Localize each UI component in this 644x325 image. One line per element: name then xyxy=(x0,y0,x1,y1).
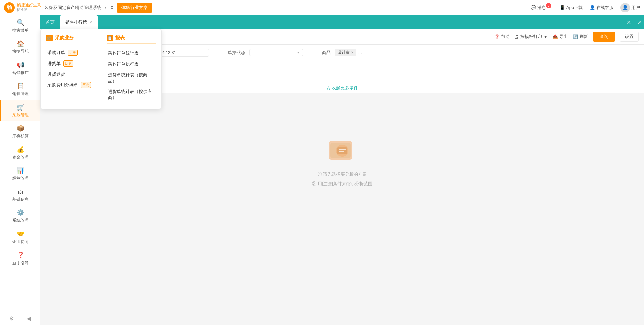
collapse-label: 收起更多条件 xyxy=(332,85,358,91)
dropdown-item-expense[interactable]: 采购费用分摊单 历史 xyxy=(46,80,96,90)
export-btn[interactable]: 📤 导出 xyxy=(552,34,568,40)
online-service-item[interactable]: 👤 在线客服 xyxy=(589,5,614,11)
notification-badge: 5 xyxy=(546,3,551,8)
sidebar-label-sales: 销售管理 xyxy=(12,91,29,97)
print-dropdown-arrow[interactable]: ▼ xyxy=(543,34,548,39)
purchase-icon: 🛒 xyxy=(17,104,24,111)
tab-home[interactable]: 首页 xyxy=(40,15,60,29)
sidebar-item-enterprise[interactable]: 🤝 企业协同 xyxy=(0,227,40,248)
goods-tag-label: 设计费 xyxy=(337,50,350,55)
tab-sales-rank-label: 销售排行榜 xyxy=(65,19,87,25)
order-exec-label: 采购订单执行表 xyxy=(108,61,139,67)
industry-button[interactable]: 体验行业方案 xyxy=(117,3,152,13)
title-dropdown-arrow[interactable]: ▼ xyxy=(104,6,107,9)
expense-hist: 历史 xyxy=(81,82,91,88)
dropdown-item-order-exec[interactable]: 采购订单执行表 xyxy=(107,59,156,70)
tab-bar-expand-btn[interactable]: ⤢ xyxy=(635,20,644,25)
empty-illustration xyxy=(322,134,362,168)
phone-icon: 📱 xyxy=(560,5,565,10)
notification-item[interactable]: 💬 消息 5 xyxy=(531,5,553,11)
title-settings-icon[interactable]: ⚙ xyxy=(110,5,114,10)
guide-icon: ❓ xyxy=(17,251,24,259)
avatar: 👤 xyxy=(620,3,630,12)
tab-home-label: 首页 xyxy=(46,19,55,25)
enterprise-icon: 🤝 xyxy=(17,230,24,238)
settings-button[interactable]: 设置 xyxy=(620,32,639,42)
user-item[interactable]: 👤 用户 xyxy=(620,3,640,12)
system-title-area: 装备及固定资产辅助管理系统 ▼ ⚙ 体验行业方案 xyxy=(44,3,531,13)
sidebar-collapse-btn[interactable]: ◀ xyxy=(27,315,31,322)
dropdown-item-receipt-stats-goods[interactable]: 进货单统计表（按商品） xyxy=(107,70,156,86)
tab-bar-close-btn[interactable]: ✕ xyxy=(622,19,635,26)
refresh-btn[interactable]: 🔄 刷新 xyxy=(573,34,588,40)
help-icon: ❓ xyxy=(494,34,500,39)
dropdown-item-receipt[interactable]: 进货单 历史 xyxy=(46,58,96,69)
purchase-order-hist: 历史 xyxy=(68,50,78,56)
sidebar-settings-btn[interactable]: ⚙ xyxy=(9,315,14,322)
notification-label: 消息 xyxy=(537,5,546,11)
sidebar-label-marketing: 营销推广 xyxy=(12,70,29,76)
goods-tag-close[interactable]: ✕ xyxy=(351,51,354,54)
sidebar-label-enterprise: 企业协同 xyxy=(12,239,29,245)
logo-icon: 畅 xyxy=(4,2,15,13)
goods-more-btn[interactable]: ... xyxy=(358,50,362,55)
system-icon: ⚙️ xyxy=(17,209,24,216)
doc-status-select[interactable]: ▼ xyxy=(249,49,303,56)
sidebar-item-quick-nav[interactable]: 🏠 快捷导航 xyxy=(0,37,40,58)
tab-sales-rank[interactable]: 销售排行榜 ✕ xyxy=(60,15,98,29)
message-icon: 💬 xyxy=(531,5,536,10)
sidebar-label-operations: 经营管理 xyxy=(12,176,29,181)
sidebar: 🔍 搜索菜单 🏠 快捷导航 📢 营销推广 📋 销售管理 🛒 采购管理 📦 库存核… xyxy=(0,15,40,325)
dropdown-item-receipt-stats-supplier[interactable]: 进货单统计表（按供应商） xyxy=(107,86,156,103)
sidebar-item-basic-info[interactable]: 🗂 基础信息 xyxy=(0,185,40,206)
purchase-header-icon: 🛒 xyxy=(46,35,53,41)
sidebar-label-inventory: 库存核算 xyxy=(12,133,29,139)
sidebar-label-finance: 资金管理 xyxy=(12,155,29,160)
sidebar-item-sales[interactable]: 📋 销售管理 xyxy=(0,79,40,100)
finance-icon: 💰 xyxy=(17,146,24,153)
doc-status-label: 单据状态 xyxy=(228,50,245,56)
sidebar-item-guide[interactable]: ❓ 新手引导 xyxy=(0,248,40,269)
purchase-section-header: 🛒 采购业务 xyxy=(46,35,96,43)
basic-info-icon: 🗂 xyxy=(17,188,24,195)
dropdown-report-col: 📋 报表 采购订单统计表 采购订单执行表 进货单统计表（按商品） 进货单统计表（… xyxy=(107,35,156,103)
app-download-item[interactable]: 📱 App下载 xyxy=(560,5,583,11)
print-template-btn[interactable]: 🖨 按模板打印 ▼ xyxy=(514,34,548,40)
app-download-label: App下载 xyxy=(566,5,583,11)
receipt-stats-goods-label: 进货单统计表（按商品） xyxy=(108,72,155,84)
empty-hint2: ② 用[过滤]条件来缩小分析范围 xyxy=(312,181,372,187)
empty-hint1: ① 请先选择要分析的方案 xyxy=(318,171,367,177)
home-icon: 🏠 xyxy=(17,40,24,47)
doc-status-arrow: ▼ xyxy=(297,51,300,54)
avatar-text: 👤 xyxy=(622,5,628,10)
sidebar-item-marketing[interactable]: 📢 营销推广 xyxy=(0,58,40,79)
svg-rect-3 xyxy=(337,147,347,154)
sidebar-label-guide: 新手引导 xyxy=(12,260,29,266)
topbar-right: 💬 消息 5 📱 App下载 👤 在线客服 👤 用户 xyxy=(531,3,640,12)
export-label: 导出 xyxy=(559,34,568,40)
sidebar-label-quick-nav: 快捷导航 xyxy=(12,49,29,54)
dropdown-item-order-stats[interactable]: 采购订单统计表 xyxy=(107,48,156,59)
help-btn[interactable]: ❓ 帮助 xyxy=(494,34,510,40)
tab-close-icon[interactable]: ✕ xyxy=(89,20,92,25)
online-service-label: 在线客服 xyxy=(596,5,614,11)
goods-tag-item: 设计费 ✕ xyxy=(335,49,356,56)
query-button[interactable]: 查询 xyxy=(593,32,615,42)
receipt-stats-supplier-label: 进货单统计表（按供应商） xyxy=(108,89,155,101)
dropdown-purchase-menu: 🛒 采购业务 采购订单 历史 进货单 历史 进货退货 采购费用分摊单 历史 📋 … xyxy=(40,29,162,109)
sidebar-label-search: 搜索菜单 xyxy=(12,28,29,33)
sidebar-item-search[interactable]: 🔍 搜索菜单 xyxy=(0,15,40,37)
sidebar-item-operations[interactable]: 📊 经营管理 xyxy=(0,164,40,185)
sidebar-item-finance[interactable]: 💰 资金管理 xyxy=(0,143,40,164)
receipt-label: 进货单 xyxy=(47,60,61,67)
inventory-icon: 📦 xyxy=(17,125,24,132)
sidebar-item-system[interactable]: ⚙️ 系统管理 xyxy=(0,206,40,227)
dropdown-item-purchase-order[interactable]: 采购订单 历史 xyxy=(46,47,96,58)
print-icon: 🖨 xyxy=(514,34,519,39)
purchase-order-label: 采购订单 xyxy=(47,50,65,56)
receipt-hist: 历史 xyxy=(63,60,73,67)
sidebar-item-inventory[interactable]: 📦 库存核算 xyxy=(0,121,40,143)
print-label: 按模板打印 xyxy=(520,34,542,40)
dropdown-item-return[interactable]: 进货退货 xyxy=(46,69,96,80)
sidebar-item-purchase[interactable]: 🛒 采购管理 xyxy=(0,100,40,121)
